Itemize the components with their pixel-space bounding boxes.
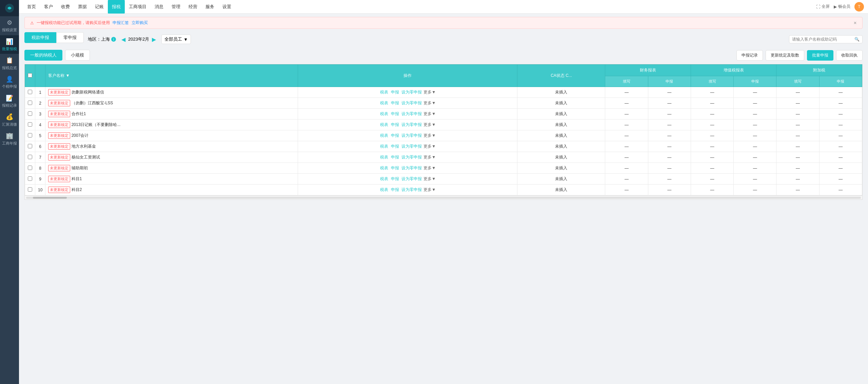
- row-more-5[interactable]: 更多▼: [423, 144, 436, 149]
- subtab-general-taxpayer[interactable]: 一般的纳税人: [24, 50, 62, 61]
- row-declare-8[interactable]: 申报: [391, 176, 399, 181]
- row-more-9[interactable]: 更多▼: [423, 187, 436, 192]
- region-info-icon[interactable]: i: [111, 37, 116, 42]
- row-tax-form-7[interactable]: 税表: [380, 166, 388, 170]
- select-all-checkbox[interactable]: [28, 73, 32, 78]
- tab-tax-declare[interactable]: 税款申报: [24, 32, 56, 43]
- avatar: T: [854, 2, 864, 12]
- row-more-3[interactable]: 更多▼: [423, 122, 436, 127]
- row-checkbox-7[interactable]: [28, 166, 32, 170]
- sidebar-item-annual-settlement[interactable]: 💰 汇算清缴: [0, 110, 19, 129]
- row-zero-declare-1[interactable]: 设为零申报: [401, 101, 422, 105]
- row-more-1[interactable]: 更多▼: [423, 101, 436, 105]
- row-add-fill-5: —: [776, 141, 819, 152]
- row-tax-fill-9: —: [691, 185, 733, 195]
- nav-accounting[interactable]: 记账: [91, 0, 108, 14]
- nav-home[interactable]: 首页: [23, 0, 40, 14]
- row-checkbox-6[interactable]: [28, 155, 32, 159]
- row-declare-2[interactable]: 申报: [391, 111, 399, 116]
- table-row: 2 未更新核定 （勿删）江西酸宝-LSS 税表 申报 设为零申报 更多▼ 未插入…: [25, 98, 862, 109]
- row-tax-form-8[interactable]: 税表: [380, 176, 388, 181]
- row-more-0[interactable]: 更多▼: [423, 90, 436, 94]
- declare-link[interactable]: 申报汇签: [113, 20, 129, 26]
- search-icon[interactable]: 🔍: [854, 37, 860, 42]
- row-zero-declare-3[interactable]: 设为零申报: [401, 122, 422, 127]
- row-zero-declare-2[interactable]: 设为零申报: [401, 111, 422, 116]
- row-more-8[interactable]: 更多▼: [423, 176, 436, 181]
- region-filter[interactable]: 地区：上海 i: [88, 36, 116, 42]
- nav-settings[interactable]: 设置: [218, 0, 235, 14]
- member-button[interactable]: ▶ 畅会员: [834, 4, 850, 9]
- row-checkbox-4[interactable]: [28, 133, 32, 137]
- period-prev-button[interactable]: ◀: [120, 36, 127, 43]
- nav-manage[interactable]: 管理: [167, 0, 184, 14]
- row-checkbox-8[interactable]: [28, 176, 32, 181]
- sidebar-item-annual-report[interactable]: 🏢 工商年报: [0, 129, 19, 148]
- row-zero-declare-0[interactable]: 设为零申报: [401, 90, 422, 94]
- sidebar-item-tax-overview[interactable]: 📋 报税总览: [0, 54, 19, 73]
- sidebar-item-batch-tax[interactable]: 📊 批量报税: [0, 35, 19, 54]
- nav-invoice[interactable]: 票据: [74, 0, 91, 14]
- row-tax-form-3[interactable]: 税表: [380, 122, 388, 127]
- row-declare-6[interactable]: 申报: [391, 155, 399, 159]
- horizontal-scrollbar-thumb[interactable]: [33, 197, 67, 199]
- row-tax-form-6[interactable]: 税表: [380, 155, 388, 159]
- row-declare-1[interactable]: 申报: [391, 101, 399, 105]
- declare-record-button[interactable]: 申报记录: [736, 50, 763, 61]
- search-input[interactable]: [792, 37, 853, 42]
- row-zero-declare-6[interactable]: 设为零申报: [401, 155, 422, 159]
- row-zero-declare-9[interactable]: 设为零申报: [401, 187, 422, 192]
- row-tax-form-9[interactable]: 税表: [380, 187, 388, 192]
- row-more-6[interactable]: 更多▼: [423, 155, 436, 159]
- row-declare-7[interactable]: 申报: [391, 166, 399, 170]
- row-zero-declare-5[interactable]: 设为零申报: [401, 144, 422, 149]
- row-checkbox-3[interactable]: [28, 122, 32, 127]
- row-more-4[interactable]: 更多▼: [423, 133, 436, 138]
- row-tax-form-5[interactable]: 税表: [380, 144, 388, 149]
- nav-message[interactable]: 消息: [151, 0, 167, 14]
- nav-service[interactable]: 服务: [201, 0, 218, 14]
- sidebar-item-personal-tax[interactable]: 👤 个税申报: [0, 73, 19, 92]
- row-zero-declare-8[interactable]: 设为零申报: [401, 176, 422, 181]
- nav-tax[interactable]: 报税: [108, 0, 125, 14]
- sidebar-item-tax-record[interactable]: 📝 报税记录: [0, 92, 19, 111]
- nav-billing[interactable]: 收费: [57, 0, 74, 14]
- row-add-fill-0: —: [776, 87, 819, 98]
- nav-business[interactable]: 工商项目: [125, 0, 151, 14]
- retrieve-receipt-button[interactable]: 收取回执: [836, 50, 863, 61]
- row-declare-3[interactable]: 申报: [391, 122, 399, 127]
- period-next-button[interactable]: ▶: [151, 36, 157, 43]
- row-no-1: 2: [35, 98, 45, 109]
- row-declare-5[interactable]: 申报: [391, 144, 399, 149]
- subtab-small-scale[interactable]: 小规模: [65, 50, 90, 61]
- row-zero-declare-7[interactable]: 设为零申报: [401, 166, 422, 170]
- row-declare-0[interactable]: 申报: [391, 90, 399, 94]
- row-no-7: 8: [35, 163, 45, 174]
- row-checkbox-1[interactable]: [28, 101, 32, 105]
- tab-zero-declare[interactable]: 零申报: [56, 32, 84, 43]
- nav-customer[interactable]: 客户: [40, 0, 57, 14]
- row-tax-form-2[interactable]: 税表: [380, 111, 388, 116]
- row-declare-4[interactable]: 申报: [391, 133, 399, 138]
- row-tax-form-0[interactable]: 税表: [380, 90, 388, 94]
- row-checkbox-5[interactable]: [28, 144, 32, 148]
- row-tax-form-4[interactable]: 税表: [380, 133, 388, 138]
- row-tax-form-1[interactable]: 税表: [380, 101, 388, 105]
- sidebar-item-taxsettings[interactable]: ⚙ 报税设置: [0, 16, 19, 35]
- row-declare-9[interactable]: 申报: [391, 187, 399, 192]
- row-checkbox-2[interactable]: [28, 111, 32, 116]
- nav-operation[interactable]: 经营: [184, 0, 201, 14]
- row-checkbox-0[interactable]: [28, 90, 32, 94]
- row-checkbox-9[interactable]: [28, 187, 32, 192]
- batch-declare-button[interactable]: 批量申报: [807, 50, 833, 61]
- col-fin-report-header: 财务报表: [605, 65, 691, 76]
- fullscreen-button[interactable]: ⛶ 全屏: [816, 4, 830, 9]
- status-tag-1: 未更新核定: [48, 100, 70, 106]
- row-zero-declare-4[interactable]: 设为零申报: [401, 133, 422, 138]
- row-more-2[interactable]: 更多▼: [423, 111, 436, 116]
- employee-filter[interactable]: 全部员工 ▼: [161, 35, 191, 44]
- update-settings-button[interactable]: 更新统定及取数: [766, 50, 804, 61]
- row-more-7[interactable]: 更多▼: [423, 166, 436, 170]
- notification-close-button[interactable]: ✕: [853, 21, 857, 25]
- buy-link[interactable]: 立即购买: [132, 20, 148, 26]
